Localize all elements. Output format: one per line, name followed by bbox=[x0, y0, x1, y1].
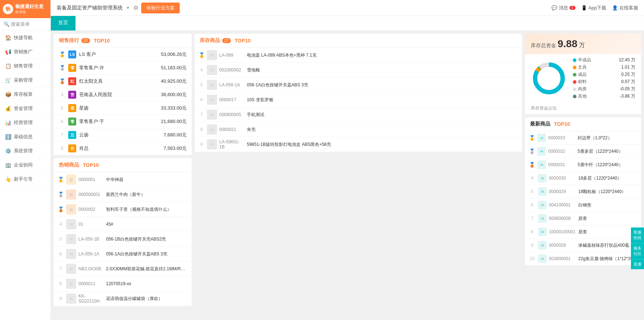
service-hotline-button[interactable]: 客服热线 bbox=[631, 227, 644, 243]
sidebar-item-inventory[interactable]: 📦 库存核算 bbox=[0, 87, 50, 102]
legend-label: 材料 bbox=[578, 79, 621, 85]
product-name: 5厘多层（1220*2440） bbox=[578, 148, 637, 155]
sidebar-item-marketing[interactable]: 📢 营销推广 bbox=[0, 45, 50, 59]
product-name: 18颗粒板（1220*2440） bbox=[578, 189, 637, 195]
legend-item: 半成品 12.45 万 bbox=[573, 57, 635, 63]
service-community-button[interactable]: 服务社区 bbox=[631, 243, 644, 259]
hot-products-header: 热销商品 TOP10 bbox=[54, 158, 192, 172]
legend-value: 0.07 万 bbox=[621, 79, 635, 85]
list-item: 6 Ai LA-056-1A 056-1A白色按键开关盖ABS 3壳 bbox=[54, 247, 192, 262]
mid-column: 库存商品 27 TOP10 🥇 Ai LA-089 电池盖 LA-089 ABS… bbox=[195, 34, 522, 317]
sidebar-item-guide[interactable]: 👆 新手引导 bbox=[0, 172, 50, 186]
sidebar-item-system[interactable]: ⚙️ 系统管理 bbox=[0, 144, 50, 158]
product-name: 22g鱼豆腐·烧烤味（1*12*20） bbox=[578, 256, 637, 262]
product-code: 0000031 bbox=[548, 162, 575, 167]
gear-icon[interactable]: ⚙ bbox=[133, 4, 138, 11]
hot-top10-label: TOP10 bbox=[83, 162, 99, 168]
list-item: 7 Ai 000800005 手机测试 bbox=[195, 107, 522, 122]
product-code: LA-056-1B bbox=[78, 237, 104, 242]
product-code: 003800001 bbox=[549, 256, 576, 261]
sidebar-item-purchase[interactable]: 🛒 采购管理 bbox=[0, 73, 50, 87]
rank-number: 5 bbox=[198, 82, 205, 87]
legend-value: -0.05 万 bbox=[620, 86, 635, 92]
sidebar-item-sales[interactable]: 📋 销售管理 bbox=[0, 59, 50, 73]
app-download-button[interactable]: 📱 App下载 bbox=[581, 5, 606, 11]
inventory-legend: 半成品 12.45 万 文具 1.01 万 成品 0.25 万 bbox=[573, 57, 635, 99]
product-code: 0000030 bbox=[549, 176, 576, 181]
product-name: 智利车子里（规格不知道填什么） bbox=[106, 206, 188, 213]
avatar: LS bbox=[68, 50, 76, 58]
rank-number: 4 bbox=[198, 67, 205, 73]
donut-svg bbox=[531, 60, 567, 97]
hot-products-list: 🥇 🖼 0000001 中华神器 🥈 🖼 000500001 新西兰牛肉（新牛）… bbox=[54, 172, 192, 306]
list-item: 7 Ai 000800008 原查 bbox=[525, 212, 641, 225]
product-code: 000500001 bbox=[78, 192, 104, 197]
rank-number: 7 bbox=[57, 266, 64, 271]
product-image: Ai bbox=[538, 241, 547, 250]
float-service: 客服热线 服务社区 直播 bbox=[631, 227, 644, 269]
topbar-right: 💬 消息 6 📱 App下载 👤 在线客服 bbox=[551, 5, 638, 11]
product-name: 59651-1B旋转投影灯电池盒 ABS黑色+58壳 bbox=[247, 141, 518, 148]
product-image: Ai bbox=[538, 201, 547, 209]
customer-name: 红太阳文具 bbox=[79, 78, 158, 85]
inventory-chart-area: 半成品 12.45 万 文具 1.01 万 成品 0.25 万 bbox=[525, 54, 641, 104]
purchase-icon: 🛒 bbox=[5, 77, 11, 83]
rank-value: 40,925.00元 bbox=[161, 78, 187, 85]
customer-name: 苍南县人民医院 bbox=[79, 91, 158, 98]
list-item: 4 Ai 01 45# bbox=[54, 217, 192, 232]
sidebar-item-finance[interactable]: 💰 资金管理 bbox=[0, 102, 50, 116]
service-live-button[interactable]: 直播 bbox=[631, 259, 644, 269]
product-name: 体械嘉枝味苏打饮品400毫升（1*15） bbox=[578, 242, 637, 249]
product-name: 电池盖 LA-089 ABS本色+黑种 7.1克 bbox=[247, 52, 518, 58]
rank-value: 53,006.26元 bbox=[161, 51, 187, 58]
product-code: 0000032 bbox=[548, 149, 575, 154]
customer-name: 零售客户·许 bbox=[79, 65, 158, 71]
rank-number: 4 bbox=[57, 222, 64, 227]
avatar: 苦 bbox=[68, 91, 76, 99]
latest-products-header: 最新商品 TOP10 bbox=[525, 117, 641, 131]
sidebar-item-basics[interactable]: ℹ️ 基础信息 bbox=[0, 130, 50, 144]
online-service-button[interactable]: 👤 在线客服 bbox=[612, 5, 638, 11]
trial-button[interactable]: 体验行业方案 bbox=[141, 3, 180, 13]
inventory-footer: 库存资金占比 bbox=[525, 104, 641, 114]
inventory-total-value: 9.88 bbox=[558, 38, 578, 50]
rank-number: 8 bbox=[198, 127, 205, 132]
legend-label: 文具 bbox=[578, 64, 621, 70]
message-button[interactable]: 💬 消息 6 bbox=[551, 5, 575, 11]
tab-home[interactable]: 首页 bbox=[51, 16, 76, 30]
product-image: Ai bbox=[537, 147, 546, 156]
rank-number: 7 bbox=[59, 132, 65, 138]
sidebar-item-enterprise[interactable]: 🏢 企业协同 bbox=[0, 158, 50, 172]
sidebar-item-management[interactable]: 📊 经营管理 bbox=[0, 116, 50, 130]
sidebar-item-quicknav[interactable]: 🏠 快捷导航 bbox=[0, 31, 50, 45]
chevron-down-icon[interactable]: ▼ bbox=[126, 5, 130, 11]
product-code: LA-59651-1B bbox=[219, 139, 245, 149]
legend-dot bbox=[573, 66, 576, 69]
list-item: 🥇 Ai LA-089 电池盖 LA-089 ABS本色+黑种 7.1克 bbox=[195, 48, 522, 63]
product-code: LA-056-1A bbox=[78, 251, 104, 257]
inventory-products-list: 🥇 Ai LA-089 电池盖 LA-089 ABS本色+黑种 7.1克 4 A… bbox=[195, 48, 522, 152]
product-image: Ai bbox=[538, 254, 547, 263]
product-name: 18多层（1220*2440） bbox=[578, 175, 637, 181]
list-item: 5 Ai LA-056-1B 056-1B白色按键开关壳ABS2壳 bbox=[54, 232, 192, 247]
product-image: 🖼 bbox=[66, 189, 76, 200]
rank-number: 5 bbox=[529, 189, 536, 194]
list-item: 🥇 Ai 0000033 封边带（1.0*22） bbox=[525, 131, 641, 145]
sidebar-search[interactable]: 🔍 搜索菜单 bbox=[0, 18, 50, 31]
product-name: 056-1A白色按键开关盖ABS 3壳 bbox=[106, 251, 188, 257]
list-item: 9 Ai LA-59651-1B 59651-1B旋转投影灯电池盒 ABS黑色+… bbox=[195, 137, 522, 152]
list-item: 10 Ai 003800001 22g鱼豆腐·烧烤味（1*12*20） bbox=[525, 252, 641, 266]
product-image: Ai bbox=[66, 294, 76, 304]
rank-value: 21,680.00元 bbox=[161, 118, 187, 125]
list-item: 🥉 🖼 0000002 智利车子里（规格不知道填什么） bbox=[54, 202, 192, 217]
medal-icon: 🥉 bbox=[529, 162, 535, 168]
ranking-title: 销售排行 bbox=[59, 37, 79, 44]
avatar: 零 bbox=[68, 118, 76, 126]
product-image: Ai bbox=[207, 95, 217, 105]
rank-number: 8 bbox=[57, 281, 64, 286]
product-name: 手机测试 bbox=[247, 112, 518, 118]
product-image: Ai bbox=[207, 50, 217, 60]
rank-number: 4 bbox=[59, 92, 65, 97]
avatar: 星 bbox=[68, 104, 76, 112]
rank-item: 🥇 LS LS 客户 53,006.26元 bbox=[54, 48, 192, 61]
